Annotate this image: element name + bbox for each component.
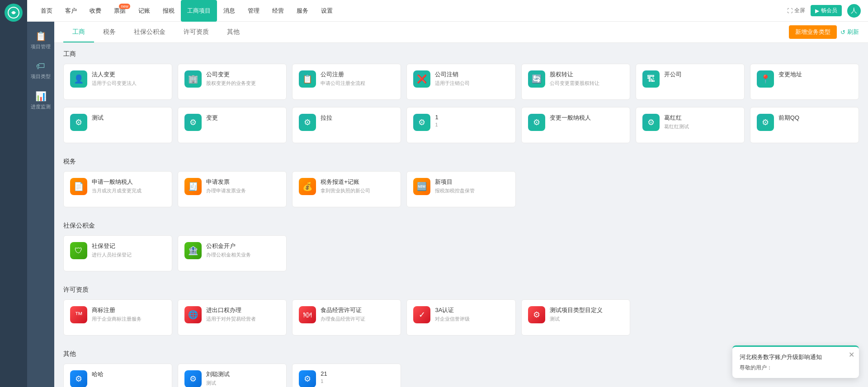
content-area: 📋 项目管理 🏷 项目类型 📊 进度监测 工商 税务 社保公积金 许可资质 [27, 22, 868, 387]
equity-transfer-icon: 🔄 [528, 70, 545, 88]
apply-gtp-icon: 📄 [70, 178, 87, 195]
card21-icon: ⚙ [299, 370, 316, 387]
sidebar-item-progress[interactable]: 📊 进度监测 [27, 85, 54, 116]
app-sidebar [0, 0, 27, 387]
card-liucong-test[interactable]: ⚙ 刘聪测试 测试 [178, 364, 287, 387]
card-equity-transfer[interactable]: 🔄 股权转让 公司变更需要股权转让 [521, 64, 630, 100]
sidebar-item-project-type[interactable]: 🏷 项目类型 [27, 56, 54, 85]
nav-manage[interactable]: 管理 [241, 0, 266, 22]
card-haha[interactable]: ⚙ 哈哈 [63, 364, 172, 387]
add-business-type-button[interactable]: 新增业务类型 [789, 25, 837, 39]
left-nav: 📋 项目管理 🏷 项目类型 📊 进度监测 [27, 22, 54, 387]
main-tabs: 工商 税务 社保公积金 许可资质 其他 [63, 22, 249, 42]
provident-fund-icon: 🏦 [184, 242, 202, 259]
card-title: 刘聪测试 [206, 370, 280, 378]
card-tax-report-bookkeeping[interactable]: 💰 税务报道+记账 拿到营业执照的新公司 [292, 171, 401, 207]
nav-business[interactable]: 工商项目 [181, 0, 217, 22]
haha-icon: ⚙ [70, 370, 87, 387]
nav-settings[interactable]: 设置 [315, 0, 339, 22]
nav-customer[interactable]: 客户 [59, 0, 83, 22]
card-company-cancel[interactable]: ❌ 公司注销 适用于注销公司 [406, 64, 515, 100]
change-address-icon: 📍 [757, 70, 774, 88]
card-desc: 1 [435, 122, 509, 127]
nav-ticket[interactable]: 票据 new [108, 0, 132, 22]
card-3a-cert[interactable]: ✓ 3A认证 对企业信誉评级 [406, 299, 515, 336]
refresh-button[interactable]: ↺ 刷新 [840, 28, 859, 36]
nav-operation[interactable]: 经营 [266, 0, 290, 22]
card-title: 测试项目类型目定义 [550, 306, 623, 314]
social-register-icon: 🛡 [70, 242, 87, 259]
avatar[interactable]: 人 [847, 4, 861, 18]
lala-icon: ⚙ [299, 114, 316, 131]
change-icon: ⚙ [184, 114, 202, 131]
page-content: 工商 税务 社保公积金 许可资质 其他 新增业务类型 ↺ 刷新 工商 [54, 22, 868, 387]
notification-title: 河北税务数字账户升级影响通知 [740, 353, 852, 361]
company-cancel-icon: ❌ [413, 70, 430, 88]
card-desc: 办理食品经营许可证 [321, 316, 394, 322]
card-food-license[interactable]: 🍽 食品经营许可证 办理食品经营许可证 [292, 299, 401, 336]
card-apply-general-taxpayer[interactable]: 📄 申请一般纳税人 当月或次月成变更完成 [63, 171, 172, 207]
card-desc: 办理申请发票业务 [206, 187, 280, 194]
nav-tax[interactable]: 报税 [156, 0, 181, 22]
card-title: 前期QQ [778, 114, 852, 122]
card-1[interactable]: ⚙ 1 1 [406, 107, 515, 143]
card-company-change[interactable]: 🏢 公司变更 股权变更外的业务变更 [178, 64, 287, 100]
sidebar-item-project-manage[interactable]: 📋 项目管理 [27, 25, 54, 56]
tab-other[interactable]: 其他 [218, 22, 249, 42]
card-title: 变更 [206, 114, 280, 122]
card-desc: 适用于对外贸易经营者 [206, 316, 280, 322]
card-open-company[interactable]: 🏗 开公司 [636, 64, 745, 100]
card-21[interactable]: ⚙ 21 1 [292, 364, 401, 387]
tab-business[interactable]: 工商 [63, 22, 94, 42]
section-title-business: 工商 [63, 50, 859, 58]
card-title: 拉拉 [321, 114, 394, 122]
card-provident-fund[interactable]: 🏦 公积金开户 办理公积金相关业务 [178, 235, 287, 271]
card-legal-change[interactable]: 👤 法人变更 适用于公司变更法人 [63, 64, 172, 100]
company-change-icon: 🏢 [184, 70, 202, 88]
card-change-address[interactable]: 📍 变更地址 [750, 64, 859, 100]
section-title-ss: 社保公积金 [63, 222, 859, 230]
card-desc: 拿到营业执照的新公司 [321, 187, 394, 194]
card-desc: 申请公司注册全流程 [321, 80, 394, 87]
tab-license[interactable]: 许可资质 [175, 22, 218, 42]
tab-tax[interactable]: 税务 [94, 22, 125, 42]
card-social-register[interactable]: 🛡 社保登记 进行人员社保登记 [63, 235, 172, 271]
top-navbar: 首页 客户 收费 票据 new 记账 报税 工商项目 消息 管理 经营 服务 设… [27, 0, 868, 22]
card-title: 1 [435, 114, 509, 121]
card-trademark[interactable]: ™ 商标注册 用于企业商标注册服务 [63, 299, 172, 336]
card-desc: 葛红红测试 [664, 123, 738, 130]
nav-service[interactable]: 服务 [290, 0, 315, 22]
card-ge-honghong[interactable]: ⚙ 葛红红 葛红红测试 [636, 107, 745, 143]
card-lala[interactable]: ⚙ 拉拉 [292, 107, 401, 143]
nav-home[interactable]: 首页 [34, 0, 59, 22]
card-new-project[interactable]: 🆕 新项目 报税加税控盘保管 [406, 171, 515, 207]
card-qianqi-qq[interactable]: ⚙ 前期QQ [750, 107, 859, 143]
card-test-type[interactable]: ⚙ 测试项目类型目定义 测试 [521, 299, 630, 336]
card-test[interactable]: ⚙ 测试 [63, 107, 172, 143]
tax-report-icon: 💰 [299, 178, 316, 195]
nav-message[interactable]: 消息 [217, 0, 241, 22]
nav-fee[interactable]: 收费 [83, 0, 108, 22]
card-import-export[interactable]: 🌐 进出口权办理 适用于对外贸易经营者 [178, 299, 287, 336]
card-title: 公司注册 [321, 70, 394, 79]
company-register-icon: 📋 [299, 70, 316, 88]
tab-social-security[interactable]: 社保公积金 [125, 22, 175, 42]
food-license-icon: 🍽 [299, 306, 316, 323]
main-area: 首页 客户 收费 票据 new 记账 报税 工商项目 消息 管理 经营 服务 设… [27, 0, 868, 387]
notification-close-button[interactable]: ✕ [849, 350, 854, 359]
card-title: 股权转让 [550, 70, 623, 79]
card-apply-invoice[interactable]: 🧾 申请发票 办理申请发票业务 [178, 171, 287, 207]
card-change[interactable]: ⚙ 变更 [178, 107, 287, 143]
card-title: 21 [321, 370, 394, 377]
card-change-general-taxpayer[interactable]: ⚙ 变更一般纳税人 [521, 107, 630, 143]
card-desc: 测试 [550, 316, 623, 322]
nav-bookkeeping[interactable]: 记账 [132, 0, 156, 22]
open-company-icon: 🏗 [642, 70, 660, 88]
tabs-actions: 新增业务类型 ↺ 刷新 [789, 25, 859, 39]
card-company-register[interactable]: 📋 公司注册 申请公司注册全流程 [292, 64, 401, 100]
fullscreen-button[interactable]: ⛶ 全屏 [787, 7, 805, 14]
ge-icon: ⚙ [642, 114, 660, 131]
card-title: 商标注册 [92, 306, 165, 314]
card-title: 新项目 [435, 178, 509, 186]
member-button[interactable]: ▶ 畅会员 [811, 5, 842, 16]
